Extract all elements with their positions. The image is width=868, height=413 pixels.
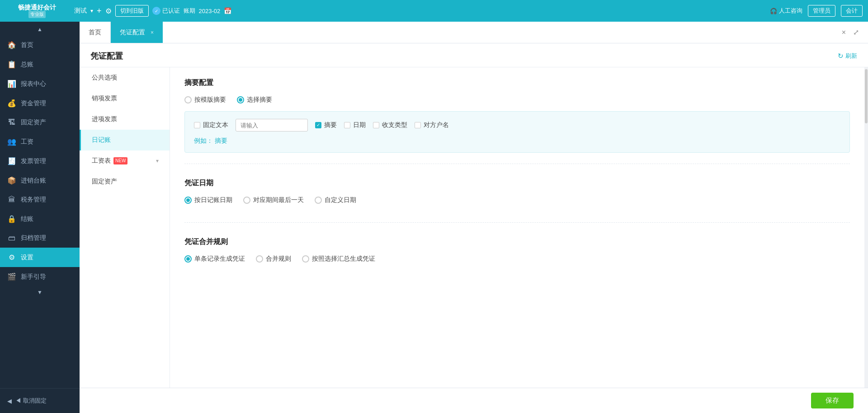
- certified-label: 已认证: [162, 7, 180, 15]
- date-section: 凭证日期 按日记账日期 对应期间最后一天: [184, 178, 850, 223]
- radio-merge-rule[interactable]: 合并规则: [256, 255, 291, 263]
- settings-sidebar-icon: ⚙: [7, 253, 16, 262]
- reports-icon: 📊: [7, 80, 16, 88]
- refresh-btn[interactable]: ↻ 刷新: [838, 52, 857, 60]
- right-scrollbar[interactable]: [864, 67, 868, 388]
- support-icon: 🎧: [770, 8, 777, 14]
- period-value: 2023-02: [199, 8, 221, 14]
- merge-section-title: 凭证合并规则: [184, 237, 850, 247]
- checkbox-counterparty[interactable]: 对方户名: [415, 121, 449, 129]
- pin-icon: ◀: [7, 398, 12, 404]
- purchase-sales-icon: 📦: [7, 176, 16, 185]
- radio-single[interactable]: 单条记录生成凭证: [184, 255, 245, 263]
- summary-section: 摘要配置 按模版摘要 选择摘要: [184, 78, 850, 164]
- example-text: 例如： 摘要: [194, 137, 840, 145]
- radio-merge-rule-circle: [256, 255, 263, 263]
- checkbox-summary[interactable]: 摘要: [315, 121, 337, 129]
- sidebar-item-purchase-sales[interactable]: 📦 进销台账: [0, 171, 80, 190]
- radio-select-circle: [237, 96, 244, 103]
- sidebar: ▲ 🏠 首页 📋 总账 📊 报表中心 💰 资金管理 🏗 固定资产: [0, 22, 80, 413]
- checkbox-payment-type-box: [373, 122, 379, 128]
- radio-period-last[interactable]: 对应期间最后一天: [243, 196, 304, 204]
- home-icon: 🏠: [7, 41, 16, 49]
- sidebar-scroll: ▲ 🏠 首页 📋 总账 📊 报表中心 💰 资金管理 🏗 固定资产: [0, 22, 80, 388]
- page-content: 凭证配置 ↻ 刷新 公共选项 销项发票 进项发票: [80, 43, 868, 413]
- invoice-icon: 🧾: [7, 157, 16, 165]
- sidebar-item-settings[interactable]: ⚙ 设置: [0, 248, 80, 267]
- sidebar-item-label-tax: 税务管理: [21, 196, 46, 204]
- scrollbar-thumb: [865, 69, 868, 123]
- sidebar-item-archive[interactable]: 🗃 归档管理: [0, 229, 80, 248]
- accountant-btn[interactable]: 会计: [841, 5, 863, 17]
- tab-voucher-config[interactable]: 凭证配置 ×: [111, 22, 163, 43]
- tab-home[interactable]: 首页: [80, 22, 111, 43]
- sidebar-item-label-fixed-assets: 固定资产: [21, 118, 46, 127]
- calendar-icon[interactable]: 📅: [224, 7, 231, 14]
- support-label: 人工咨询: [779, 7, 802, 15]
- sidebar-item-fixed-assets[interactable]: 🏗 固定资产: [0, 113, 80, 132]
- sidebar-item-label-guide: 新手引导: [21, 273, 46, 281]
- tab-close-btn[interactable]: ×: [151, 29, 154, 36]
- certified-icon: ✓: [152, 7, 160, 15]
- left-nav-fixed-assets[interactable]: 固定资产: [80, 171, 170, 192]
- fixed-text-input[interactable]: [236, 119, 308, 131]
- radio-custom-date[interactable]: 自定义日期: [315, 196, 356, 204]
- tab-expand-btn[interactable]: ⤢: [851, 26, 861, 38]
- user-btn[interactable]: 管理员: [808, 5, 835, 17]
- sidebar-item-payroll[interactable]: 👥 工资: [0, 132, 80, 151]
- left-nav-public[interactable]: 公共选项: [80, 67, 170, 88]
- sidebar-item-label-closing: 结账: [21, 215, 33, 223]
- sidebar-item-invoice[interactable]: 🧾 发票管理: [0, 151, 80, 171]
- company-dropdown-icon[interactable]: ▾: [90, 8, 93, 14]
- add-company-icon[interactable]: +: [97, 6, 102, 16]
- tab-close-window-btn[interactable]: ×: [840, 27, 848, 38]
- unpin-btn[interactable]: ◀ ◀ 取消固定: [0, 393, 80, 408]
- archive-icon: 🗃: [7, 234, 16, 242]
- left-nav-purchase[interactable]: 进项发票: [80, 109, 170, 130]
- new-badge: NEW: [113, 157, 127, 164]
- sidebar-item-label-archive: 归档管理: [21, 234, 46, 242]
- certified-badge: ✓ 已认证: [152, 7, 180, 15]
- sidebar-item-guide[interactable]: 🎬 新手引导: [0, 267, 80, 286]
- settings-icon[interactable]: ⚙: [105, 7, 112, 15]
- sidebar-item-home[interactable]: 🏠 首页: [0, 35, 80, 55]
- left-nav-payroll[interactable]: 工资表 NEW ▾: [80, 150, 170, 171]
- closing-icon: 🔒: [7, 215, 16, 223]
- sidebar-item-label-reports: 报表中心: [21, 80, 46, 88]
- summary-config-row: 固定文本 摘要 日期: [194, 119, 840, 131]
- sidebar-item-funds[interactable]: 💰 资金管理: [0, 94, 80, 113]
- radio-journal-date[interactable]: 按日记账日期: [184, 196, 232, 204]
- sidebar-scroll-down[interactable]: ▼: [0, 286, 80, 298]
- main-layout: ▲ 🏠 首页 📋 总账 📊 报表中心 💰 资金管理 🏗 固定资产: [0, 22, 868, 413]
- checkbox-date[interactable]: 日期: [344, 121, 366, 129]
- radio-select-summary[interactable]: 选择摘要: [237, 96, 272, 104]
- checkbox-counterparty-box: [415, 122, 421, 128]
- checkbox-fixed-text[interactable]: 固定文本: [194, 121, 228, 129]
- save-btn[interactable]: 保存: [811, 393, 854, 408]
- sidebar-scroll-up[interactable]: ▲: [0, 23, 80, 35]
- radio-template-summary[interactable]: 按模版摘要: [184, 96, 226, 104]
- page-title: 凭证配置: [90, 51, 123, 61]
- radio-period-last-circle: [243, 197, 250, 204]
- support-btn[interactable]: 🎧 人工咨询: [770, 7, 802, 15]
- bottom-bar: 保存: [80, 388, 868, 413]
- checkbox-summary-box: [315, 122, 321, 128]
- switch-to-old-btn[interactable]: 切到旧版: [115, 5, 149, 17]
- sidebar-item-ledger[interactable]: 📋 总账: [0, 55, 80, 74]
- date-section-title: 凭证日期: [184, 178, 850, 188]
- left-nav-journal[interactable]: 日记账: [80, 130, 170, 150]
- left-nav-sales[interactable]: 销项发票: [80, 88, 170, 109]
- radio-custom-date-circle: [315, 197, 322, 204]
- sidebar-item-label-home: 首页: [21, 41, 33, 49]
- radio-select-merge[interactable]: 按照选择汇总生成凭证: [302, 255, 375, 263]
- checkbox-payment-type[interactable]: 收支类型: [373, 121, 407, 129]
- sidebar-item-closing[interactable]: 🔒 结账: [0, 209, 80, 229]
- sidebar-item-reports[interactable]: 📊 报表中心: [0, 74, 80, 94]
- logo-main-text: 畅捷通好会计: [18, 4, 56, 11]
- topbar-right: 🎧 人工咨询 管理员 会计: [770, 5, 863, 17]
- right-content: 摘要配置 按模版摘要 选择摘要: [170, 67, 864, 388]
- radio-single-circle: [184, 255, 192, 263]
- sidebar-item-tax[interactable]: 🏛 税务管理: [0, 190, 80, 209]
- tab-bar-actions: × ⤢: [840, 26, 868, 38]
- summary-radio-group: 按模版摘要 选择摘要: [184, 96, 850, 104]
